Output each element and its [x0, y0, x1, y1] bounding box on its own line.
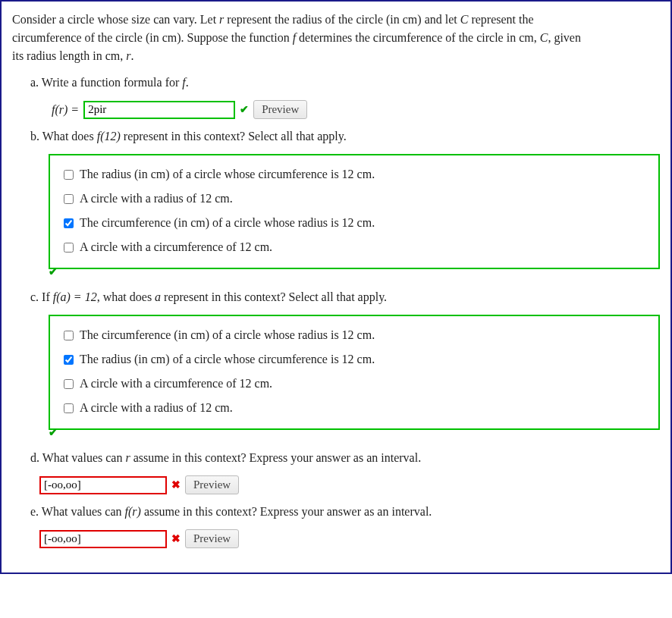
choice-c-3: A circle with a circumference of 12 cm.	[64, 377, 645, 391]
part-c-label: c. If f(a) = 12, what does a represent i…	[30, 290, 660, 304]
choice-c-1: The circumference (in cm) of a circle wh…	[64, 328, 645, 342]
intro-text-1: Consider a circle whose size can vary. L…	[12, 13, 219, 26]
check-icon: ✔	[49, 426, 58, 439]
part-d-label: d. What values can r assume in this cont…	[30, 451, 660, 465]
part-a-label: a. Write a function formula for f.	[30, 76, 660, 89]
checkbox-b-1[interactable]	[64, 170, 74, 180]
choice-b-4-label: A circle with a circumference of 12 cm.	[80, 240, 272, 254]
checkbox-c-2[interactable]	[64, 355, 74, 365]
part-e-label: e. What values can f(r) assume in this c…	[30, 505, 660, 519]
choice-b-3: The circumference (in cm) of a circle wh…	[64, 216, 645, 230]
cross-icon: ✖	[171, 478, 181, 491]
checkbox-c-4[interactable]	[64, 403, 74, 413]
intro-text-3: represent the	[468, 13, 533, 26]
checkbox-b-3[interactable]	[64, 218, 74, 228]
part-e-row: ✖ Preview	[39, 529, 660, 548]
choice-c-4-label: A circle with a radius of 12 cm.	[80, 401, 233, 415]
choice-c-2-label: The radius (in cm) of a circle whose cir…	[80, 353, 375, 366]
check-icon: ✔	[240, 103, 249, 116]
choice-c-1-label: The circumference (in cm) of a circle wh…	[80, 328, 375, 342]
part-b-choices: The radius (in cm) of a circle whose cir…	[49, 154, 660, 269]
part-e-input[interactable]	[39, 530, 167, 548]
choice-b-3-label: The circumference (in cm) of a circle wh…	[80, 216, 375, 230]
cross-icon: ✖	[171, 532, 181, 545]
part-a: a. Write a function formula for f. f(r) …	[30, 76, 660, 119]
part-b: b. What does f(12) represent in this con…	[30, 130, 660, 269]
checkbox-b-2[interactable]	[64, 194, 74, 204]
choice-b-1-label: The radius (in cm) of a circle whose cir…	[80, 168, 375, 181]
part-d: d. What values can r assume in this cont…	[30, 451, 660, 494]
intro-text: Consider a circle whose size can vary. L…	[12, 11, 660, 65]
question-container: Consider a circle whose size can vary. L…	[0, 0, 672, 574]
var-C: C	[460, 13, 469, 26]
choice-c-4: A circle with a radius of 12 cm.	[64, 401, 645, 415]
intro-text-4: circumference of the circle (in cm). Sup…	[12, 31, 293, 44]
part-c-choices: The circumference (in cm) of a circle wh…	[49, 315, 660, 430]
intro-text-5: determines the circumference of the circ…	[296, 31, 540, 44]
choice-b-2: A circle with a radius of 12 cm.	[64, 192, 645, 205]
choice-c-3-label: A circle with a circumference of 12 cm.	[80, 377, 272, 391]
check-icon: ✔	[49, 265, 58, 278]
part-a-equation-row: f(r) = ✔ Preview	[52, 100, 660, 119]
part-d-row: ✖ Preview	[39, 475, 660, 494]
choice-b-2-label: A circle with a radius of 12 cm.	[80, 192, 233, 205]
checkbox-c-3[interactable]	[64, 379, 74, 389]
choice-c-2: The radius (in cm) of a circle whose cir…	[64, 353, 645, 366]
intro-text-8: .	[130, 49, 133, 62]
checkbox-c-1[interactable]	[64, 331, 74, 340]
intro-text-6: , given	[548, 31, 581, 44]
intro-text-2: represent the radius of the circle (in c…	[224, 13, 460, 26]
part-d-input[interactable]	[39, 476, 167, 494]
part-a-input[interactable]	[83, 101, 235, 119]
part-b-label: b. What does f(12) represent in this con…	[30, 130, 660, 143]
part-e: e. What values can f(r) assume in this c…	[30, 505, 660, 548]
choice-b-4: A circle with a circumference of 12 cm.	[64, 240, 645, 254]
intro-text-7: its radius length in cm,	[12, 49, 126, 62]
checkbox-b-4[interactable]	[64, 243, 74, 253]
preview-button[interactable]: Preview	[185, 529, 239, 548]
choice-b-1: The radius (in cm) of a circle whose cir…	[64, 168, 645, 181]
var-C2: C	[540, 31, 548, 44]
preview-button[interactable]: Preview	[253, 100, 307, 119]
part-c: c. If f(a) = 12, what does a represent i…	[30, 290, 660, 430]
preview-button[interactable]: Preview	[185, 475, 239, 494]
fn-lhs: f(r) =	[52, 103, 79, 117]
